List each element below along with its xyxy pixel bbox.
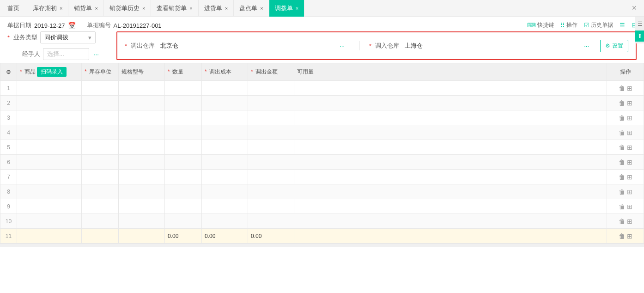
row-product[interactable] [17, 81, 82, 96]
tab-view-sales-close[interactable]: × [189, 6, 192, 11]
row-spec[interactable] [119, 214, 165, 229]
delete-icon[interactable]: 🗑 [619, 144, 625, 151]
tab-inventory-check-close[interactable]: × [260, 6, 263, 11]
tab-purchase-order[interactable]: 进货单 × [199, 0, 234, 17]
row-transfer-amount[interactable] [248, 214, 294, 229]
copy-icon[interactable]: ⊞ [627, 173, 632, 181]
tab-purchase-order-close[interactable]: × [225, 6, 228, 11]
row-qty[interactable] [165, 96, 202, 110]
row-qty[interactable] [165, 110, 202, 125]
tab-view-sales[interactable]: 查看销货单 × [151, 0, 198, 17]
row-transfer-amount[interactable] [248, 184, 294, 199]
row-product[interactable] [17, 110, 82, 125]
tab-sales-history-close[interactable]: × [142, 6, 145, 11]
side-expand-icon[interactable]: ⬆ [635, 31, 644, 42]
tab-sales-order-close[interactable]: × [95, 6, 97, 11]
row-transfer-amount[interactable] [248, 170, 294, 184]
copy-icon[interactable]: ⊞ [627, 99, 632, 107]
row-qty[interactable] [165, 214, 202, 229]
row-transfer-cost[interactable] [202, 81, 248, 96]
row-unit[interactable] [82, 184, 119, 199]
row-unit[interactable] [82, 140, 119, 155]
row-unit[interactable] [82, 96, 119, 110]
row-unit[interactable] [82, 214, 119, 229]
copy-icon[interactable]: ⊞ [627, 218, 632, 225]
row-transfer-amount[interactable] [248, 81, 294, 96]
delete-icon[interactable]: 🗑 [619, 203, 625, 210]
operations-button[interactable]: ⠿ 操作 [560, 21, 577, 29]
row-transfer-cost[interactable] [202, 110, 248, 125]
row-qty[interactable] [165, 170, 202, 184]
row-transfer-amount[interactable] [248, 199, 294, 214]
row-transfer-amount[interactable] [248, 140, 294, 155]
copy-icon[interactable]: ⊞ [627, 188, 632, 195]
row-qty[interactable] [165, 199, 202, 214]
copy-icon[interactable]: ⊞ [627, 203, 632, 210]
tab-sales-order[interactable]: 销货单 × [68, 0, 103, 17]
row-qty[interactable] [165, 184, 202, 199]
delete-icon[interactable]: 🗑 [619, 232, 625, 240]
history-button[interactable]: ☑ 历史单据 [584, 21, 613, 29]
row-qty[interactable]: 0.00 [165, 229, 202, 244]
tab-home[interactable]: 首页 [4, 0, 27, 17]
row-unit[interactable] [82, 229, 119, 244]
delete-icon[interactable]: 🗑 [619, 129, 625, 136]
row-spec[interactable] [119, 199, 165, 214]
row-spec[interactable] [119, 110, 165, 125]
layout-toggle-button[interactable]: ☰ [620, 22, 625, 29]
out-warehouse-more-icon[interactable]: ··· [340, 43, 345, 49]
settings-button[interactable]: ⚙ 设置 [600, 40, 628, 52]
tab-transfer-order[interactable]: 调拨单 × [269, 0, 304, 17]
row-transfer-amount[interactable] [248, 96, 294, 110]
row-spec[interactable] [119, 125, 165, 140]
row-product[interactable] [17, 214, 82, 229]
scan-button[interactable]: 扫码录入 [37, 67, 67, 77]
copy-icon[interactable]: ⊞ [627, 114, 632, 122]
copy-icon[interactable]: ⊞ [627, 85, 632, 92]
row-product[interactable] [17, 155, 82, 170]
row-transfer-cost[interactable] [202, 96, 248, 110]
row-qty[interactable] [165, 125, 202, 140]
row-transfer-cost[interactable] [202, 199, 248, 214]
row-unit[interactable] [82, 170, 119, 184]
tab-inventory-init[interactable]: 库存期初 × [27, 0, 68, 17]
row-spec[interactable] [119, 170, 165, 184]
row-spec[interactable] [119, 155, 165, 170]
row-transfer-cost[interactable] [202, 214, 248, 229]
row-product[interactable] [17, 140, 82, 155]
calendar-icon[interactable]: 📅 [68, 22, 76, 29]
row-spec[interactable] [119, 229, 165, 244]
row-unit[interactable] [82, 110, 119, 125]
copy-icon[interactable]: ⊞ [627, 129, 632, 136]
row-transfer-cost[interactable] [202, 140, 248, 155]
copy-icon[interactable]: ⊞ [627, 232, 632, 240]
row-product[interactable] [17, 229, 82, 244]
row-qty[interactable] [165, 81, 202, 96]
delete-icon[interactable]: 🗑 [619, 99, 625, 107]
side-notes-icon[interactable]: ☰ [635, 18, 644, 30]
row-transfer-amount[interactable] [248, 155, 294, 170]
row-qty[interactable] [165, 140, 202, 155]
tab-inventory-check[interactable]: 盘点单 × [234, 0, 269, 17]
row-transfer-cost[interactable] [202, 184, 248, 199]
person-more-icon[interactable]: ··· [94, 51, 99, 58]
copy-icon[interactable]: ⊞ [627, 144, 632, 151]
row-transfer-cost[interactable] [202, 155, 248, 170]
row-product[interactable] [17, 170, 82, 184]
delete-icon[interactable]: 🗑 [619, 188, 625, 195]
copy-icon[interactable]: ⊞ [627, 159, 632, 166]
delete-icon[interactable]: 🗑 [619, 85, 625, 92]
row-spec[interactable] [119, 184, 165, 199]
row-product[interactable] [17, 184, 82, 199]
tab-sales-history[interactable]: 销货单历史 × [104, 0, 151, 17]
delete-icon[interactable]: 🗑 [619, 218, 625, 225]
tab-inventory-init-close[interactable]: × [60, 6, 62, 11]
row-qty[interactable] [165, 155, 202, 170]
row-unit[interactable] [82, 155, 119, 170]
row-unit[interactable] [82, 125, 119, 140]
row-spec[interactable] [119, 140, 165, 155]
window-close-button[interactable]: × [628, 3, 640, 13]
row-product[interactable] [17, 96, 82, 110]
row-transfer-cost[interactable]: 0.00 [202, 229, 248, 244]
business-type-select[interactable]: 同价调拨 ▾ [40, 31, 96, 43]
